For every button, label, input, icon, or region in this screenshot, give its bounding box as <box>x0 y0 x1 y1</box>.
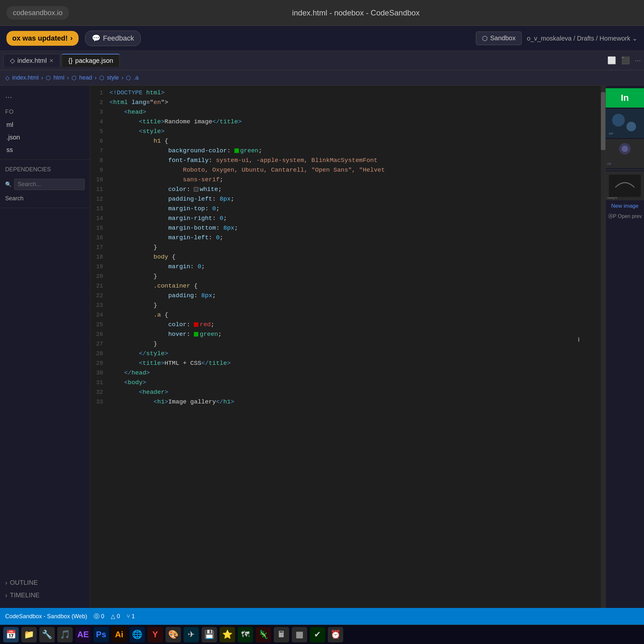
sidebar-timeline[interactable]: › TIMELINE <box>5 589 85 601</box>
taskbar-icon-gecko[interactable]: 🦎 <box>256 627 271 642</box>
sep2: › <box>67 74 69 81</box>
code-line-7: 7 background-color: green; <box>90 146 605 156</box>
taskbar-icon-star[interactable]: ⭐ <box>220 627 235 642</box>
timeline-label: TIMELINE <box>10 592 40 599</box>
open-prev-link[interactable]: ⓐP Open prev <box>607 212 643 221</box>
path-item-5[interactable]: .a <box>134 74 138 81</box>
taskbar-icon-telegram[interactable]: ✈ <box>184 627 199 642</box>
sidebar-file-json[interactable]: .json <box>0 131 90 144</box>
sidebar-menu[interactable]: ··· <box>0 89 90 105</box>
line-num-12: 12 <box>90 195 109 204</box>
code-line-14: 14 margin-right: 0; <box>90 214 605 223</box>
taskbar-icon-tools[interactable]: 🔧 <box>39 627 55 642</box>
line-num-10: 10 <box>90 175 109 185</box>
taskbar-icon-ae[interactable]: AE <box>75 627 91 642</box>
sandbox-button[interactable]: ⬡ Sandbox <box>476 32 522 45</box>
line-num-4: 4 <box>90 118 109 127</box>
tab-index-html[interactable]: ◇ index.html ✕ <box>3 54 60 67</box>
taskbar-icon-music[interactable]: 🎵 <box>57 627 73 642</box>
line-num-33: 33 <box>90 398 109 407</box>
breadcrumb-chevron: ⌄ <box>632 35 638 42</box>
chevron-right-icon: › <box>5 579 7 586</box>
line-content-3: <head> <box>109 108 605 117</box>
url-bar[interactable]: codesandbox.io <box>6 6 69 20</box>
path-item-2[interactable]: html <box>53 74 64 81</box>
taskbar-icon-calendar[interactable]: 📅 <box>3 627 19 642</box>
taskbar-icon-folder[interactable]: 📁 <box>21 627 37 642</box>
preview-thumb-2: DP <box>606 139 644 168</box>
split-view-icon[interactable]: ⬜ <box>607 56 616 65</box>
line-num-17: 17 <box>90 243 109 252</box>
sidebar-divider <box>0 159 90 160</box>
taskbar-icon-calc[interactable]: 🖩 <box>274 627 289 642</box>
scrollbar[interactable] <box>601 86 605 608</box>
taskbar-icon-ai[interactable]: Ai <box>111 627 127 642</box>
feedback-button[interactable]: 💬 Feedback <box>85 31 141 46</box>
line-content-11: color: white; <box>109 185 605 194</box>
line-content-7: background-color: green; <box>109 146 605 156</box>
code-line-8: 8 font-family: system-ui, -apple-system,… <box>90 156 605 166</box>
split-columns-icon[interactable]: ⬛ <box>621 56 630 65</box>
taskbar-icon-yandex[interactable]: Y <box>147 627 163 642</box>
svg-rect-9 <box>609 175 641 197</box>
code-line-3: 3 <head> <box>90 108 605 117</box>
search-input[interactable] <box>14 179 85 190</box>
line-content-25: color: red; <box>109 320 605 329</box>
line-num-28: 28 <box>90 349 109 358</box>
code-line-4: 4 <title>Randome image</title> <box>90 117 605 127</box>
taskbar-icon-save[interactable]: 💾 <box>202 627 217 642</box>
preview-thumb-3: marfig75 <box>606 171 644 200</box>
line-content-2: <html lang="en"> <box>109 98 605 107</box>
line-content-28: </style> <box>109 349 605 358</box>
panel-divider <box>606 169 644 170</box>
line-num-23: 23 <box>90 301 109 310</box>
code-line-20: 20 } <box>90 272 605 281</box>
line-num-25: 25 <box>90 320 109 329</box>
line-content-20: } <box>109 272 605 281</box>
tab-package-json[interactable]: {} package.json <box>62 54 120 67</box>
line-num-9: 9 <box>90 166 109 175</box>
path-item-3[interactable]: head <box>79 74 92 81</box>
taskbar-icon-map[interactable]: 🗺 <box>238 627 253 642</box>
code-editor[interactable]: 1 <!DOCTYPE html> 2 <html lang="en"> 3 <… <box>90 86 605 608</box>
line-num-22: 22 <box>90 291 109 300</box>
taskbar-icon-ps[interactable]: Ps <box>93 627 109 642</box>
path-item-4[interactable]: style <box>107 74 119 81</box>
top-bar-right: ⬡ Sandbox o_v_moskaleva / Drafts / Homew… <box>476 32 638 45</box>
green-bar-text: In <box>621 93 629 103</box>
path-item-1[interactable]: index.html <box>12 74 39 81</box>
line-num-8: 8 <box>90 156 109 165</box>
code-line-26: 26 hover: green; <box>90 330 605 339</box>
svg-text:marfig75: marfig75 <box>607 196 617 199</box>
line-num-15: 15 <box>90 224 109 233</box>
taskbar-icon-grid[interactable]: ▦ <box>292 627 307 642</box>
code-line-30: 30 </head> <box>90 368 605 378</box>
svg-text:DP: DP <box>607 162 611 166</box>
code-line-32: 32 <header> <box>90 388 605 397</box>
scrollbar-thumb[interactable] <box>601 92 605 150</box>
line-num-24: 24 <box>90 311 109 320</box>
taskbar-icon-browser[interactable]: 🌐 <box>129 627 145 642</box>
line-content-30: </head> <box>109 368 605 378</box>
codesandbox-status: CodeSandbox - Sandbox (Web) <box>5 613 87 620</box>
sidebar-outline[interactable]: › OUTLINE <box>5 576 85 589</box>
more-icon[interactable]: ··· <box>635 56 641 65</box>
taskbar-icon-check[interactable]: ✔ <box>310 627 325 642</box>
line-num-13: 13 <box>90 204 109 213</box>
breadcrumb-nav: o_v_moskaleva / Drafts / Homework ⌄ <box>527 34 638 42</box>
sidebar-file-ss[interactable]: ss <box>0 144 90 156</box>
sep4: › <box>121 74 123 81</box>
line-content-19: margin: 0; <box>109 262 605 271</box>
new-image-link[interactable]: New image <box>610 202 640 211</box>
code-line-6: 6 h1 { <box>90 137 605 146</box>
update-badge[interactable]: ox was updated! › <box>6 31 79 46</box>
taskbar-icon-figma[interactable]: 🎨 <box>166 627 181 642</box>
line-content-27: } <box>109 339 605 349</box>
taskbar-icon-clock[interactable]: ⏰ <box>328 627 343 642</box>
right-panel: In DP DP marfig75 <box>605 86 644 608</box>
code-line-22: 22 padding: 8px; <box>90 291 605 301</box>
tab1-close[interactable]: ✕ <box>49 58 53 64</box>
sidebar-file-ml[interactable]: ml <box>0 118 90 131</box>
errors-count: ⓪ 0 <box>94 612 104 620</box>
path-icon-2: ⬡ <box>46 74 51 81</box>
